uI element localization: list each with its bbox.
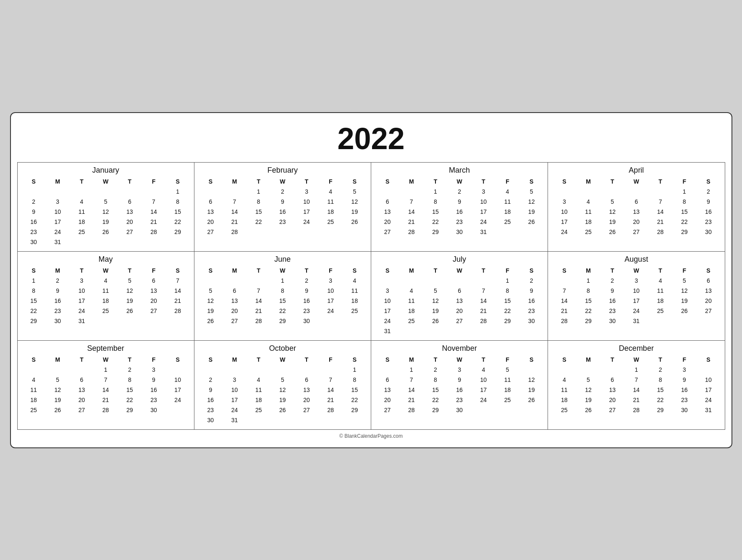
day-cell: 3 — [624, 276, 648, 286]
day-cell: 24 — [319, 306, 343, 316]
day-cell: 8 — [423, 375, 447, 385]
day-cell: 6 — [448, 286, 472, 296]
day-cell: 16 — [22, 217, 46, 227]
day-cell: 29 — [423, 405, 447, 415]
day-cell — [423, 237, 447, 240]
day-cell: 25 — [246, 405, 270, 415]
day-cell — [648, 415, 672, 418]
week-row: 28293031 — [552, 316, 720, 326]
day-cell: 8 — [423, 197, 447, 207]
day-header: T — [118, 355, 142, 365]
week-row: 20212223242526 — [199, 217, 367, 227]
week-row: 15161718192021 — [22, 296, 190, 306]
day-cell: 25 — [648, 306, 672, 316]
day-cell — [270, 326, 294, 329]
day-cell: 26 — [270, 405, 294, 415]
day-cell: 11 — [576, 207, 600, 217]
day-cell — [552, 365, 576, 375]
day-cell — [472, 237, 496, 240]
day-cell — [94, 326, 118, 329]
day-cell: 9 — [672, 375, 696, 385]
day-cell: 29 — [672, 227, 696, 237]
day-cell — [519, 365, 543, 375]
week-row: 12345 — [199, 187, 367, 197]
week-row: 24252627282930 — [375, 316, 543, 326]
day-header: W — [448, 176, 472, 187]
day-cell: 26 — [576, 405, 600, 415]
day-header: S — [375, 176, 399, 187]
day-cell — [472, 326, 496, 336]
day-cell: 31 — [223, 415, 246, 425]
week-row: 9101112131415 — [199, 385, 367, 395]
day-cell: 23 — [142, 395, 165, 405]
week-row — [22, 326, 190, 329]
day-cell — [496, 405, 519, 415]
day-cell: 29 — [118, 405, 142, 415]
day-header: S — [343, 266, 367, 276]
day-header: S — [343, 176, 367, 187]
day-header: F — [496, 266, 519, 276]
day-cell: 11 — [399, 296, 423, 306]
day-header: M — [576, 176, 600, 187]
week-row: 10111213141516 — [375, 296, 543, 306]
day-cell: 13 — [375, 207, 399, 217]
day-header: S — [22, 176, 46, 187]
day-header: F — [142, 355, 165, 365]
day-cell: 24 — [294, 217, 318, 227]
day-cell: 3 — [472, 187, 496, 197]
day-header: W — [624, 266, 648, 276]
day-cell: 2 — [648, 365, 672, 375]
day-cell: 7 — [166, 276, 190, 286]
day-header: F — [142, 176, 165, 187]
day-cell — [270, 415, 294, 425]
week-row: 567891011 — [199, 286, 367, 296]
day-cell — [70, 187, 94, 197]
day-cell — [343, 227, 367, 237]
day-cell — [46, 326, 70, 329]
day-header: T — [472, 176, 496, 187]
day-cell: 10 — [624, 286, 648, 296]
day-cell: 14 — [552, 296, 576, 306]
day-cell: 31 — [375, 326, 399, 336]
day-cell — [294, 365, 318, 375]
day-cell: 13 — [696, 286, 720, 296]
month-name: January — [22, 166, 190, 175]
day-cell: 2 — [423, 365, 447, 375]
day-cell: 25 — [496, 395, 519, 405]
day-cell — [600, 365, 624, 375]
day-cell: 19 — [519, 385, 543, 395]
day-header: T — [70, 355, 94, 365]
day-header: T — [423, 176, 447, 187]
day-cell — [375, 237, 399, 240]
day-cell: 20 — [199, 217, 223, 227]
day-cell — [423, 326, 447, 336]
day-header: T — [246, 266, 270, 276]
day-cell: 2 — [600, 276, 624, 286]
day-cell: 21 — [319, 395, 343, 405]
day-cell: 29 — [22, 316, 46, 326]
day-cell: 27 — [70, 405, 94, 415]
footer: © BlankCalendarPages.com — [17, 433, 725, 439]
day-cell — [166, 237, 190, 247]
day-cell: 26 — [672, 306, 696, 316]
day-cell: 6 — [223, 286, 246, 296]
day-cell: 27 — [448, 316, 472, 326]
day-cell — [375, 276, 399, 286]
day-cell: 10 — [552, 207, 576, 217]
week-row: 22232425262728 — [22, 306, 190, 316]
day-header: S — [696, 176, 720, 187]
day-cell: 6 — [70, 375, 94, 385]
day-cell — [223, 326, 246, 329]
day-cell: 22 — [118, 395, 142, 405]
week-row: 11121314151617 — [552, 385, 720, 395]
day-cell — [472, 276, 496, 286]
day-cell: 4 — [576, 197, 600, 207]
day-cell: 22 — [270, 306, 294, 316]
day-cell: 23 — [448, 395, 472, 405]
day-cell — [600, 326, 624, 329]
day-cell: 20 — [142, 296, 165, 306]
day-cell: 7 — [399, 197, 423, 207]
day-cell: 26 — [343, 217, 367, 227]
month-cell-january: JanuarySMTWTFS12345678910111213141516171… — [18, 163, 194, 252]
day-cell — [472, 405, 496, 415]
